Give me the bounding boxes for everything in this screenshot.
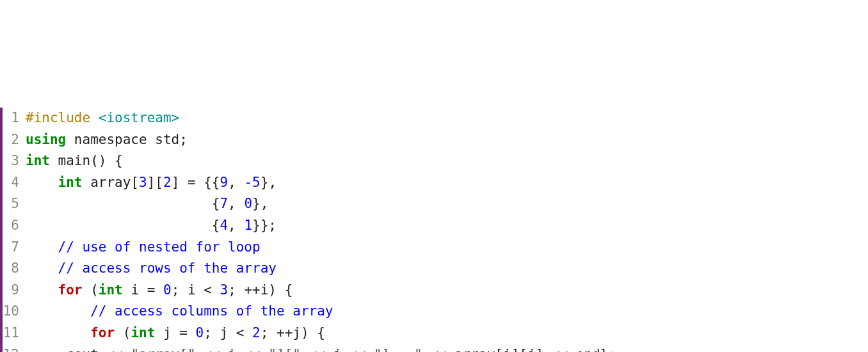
code-line: #include <iostream> xyxy=(26,110,179,125)
preprocessor-token: #include xyxy=(26,110,99,125)
line-number: 9 xyxy=(11,282,19,298)
number-token: 0 xyxy=(244,196,252,211)
line-number: 8 xyxy=(11,260,19,276)
indent: { xyxy=(26,196,220,211)
keyword-token: int xyxy=(131,325,155,340)
number-token: 0 xyxy=(196,325,204,340)
code-line: // use of nested for loop xyxy=(26,239,261,255)
include-header: <iostream> xyxy=(99,110,179,125)
code-editor: 1 2 3 4 5 6 7 8 9 10 11 12 13 14 15 16 #… xyxy=(0,108,868,352)
code-line: int main() { xyxy=(26,153,123,168)
code-text: ( xyxy=(83,282,99,298)
number-token: 0 xyxy=(163,282,172,298)
code-text: << array[i][j] << endl; xyxy=(422,347,616,353)
line-number: 12 xyxy=(3,347,19,353)
keyword-token: int xyxy=(58,175,83,190)
string-token: "] = " xyxy=(374,347,422,353)
number-token: 3 xyxy=(139,175,147,190)
indent xyxy=(26,175,58,190)
code-text: << i << xyxy=(196,347,269,353)
code-line: cout << "array[" << i << "][" << j << "]… xyxy=(26,347,616,353)
line-number: 3 xyxy=(11,153,19,168)
keyword-token: int xyxy=(99,282,123,298)
code-line: for (int i = 0; i < 3; ++i) { xyxy=(26,282,293,298)
indent xyxy=(26,325,90,340)
code-text: main() { xyxy=(50,153,123,168)
line-number: 5 xyxy=(11,196,19,211)
keyword-token: for xyxy=(58,282,83,298)
string-token: "array[" xyxy=(131,347,195,353)
code-text: << j << xyxy=(301,347,374,353)
indent xyxy=(26,260,58,276)
number-token: 4 xyxy=(220,218,228,233)
code-text: ; i < xyxy=(172,282,220,298)
code-line: // access rows of the array xyxy=(26,260,277,276)
line-number: 7 xyxy=(11,239,19,255)
number-token: 3 xyxy=(220,282,228,298)
code-line: for (int j = 0; j < 2; ++j) { xyxy=(26,325,325,340)
line-number: 1 xyxy=(11,110,19,125)
code-text: i = xyxy=(123,282,163,298)
code-text: ; j < xyxy=(204,325,252,340)
code-line: {7, 0}, xyxy=(26,196,268,211)
code-line: using namespace std; xyxy=(26,132,188,147)
code-line: {4, 1}}; xyxy=(26,218,277,233)
code-text: }, xyxy=(252,196,268,211)
indent: cout << xyxy=(26,347,131,353)
comment-token: // access columns of the array xyxy=(90,303,333,319)
code-line: int array[3][2] = {{9, -5}, xyxy=(26,175,277,190)
line-number: 2 xyxy=(11,132,19,147)
code-text: , xyxy=(228,218,244,233)
code-text: ( xyxy=(115,325,131,340)
number-token: -5 xyxy=(244,175,260,190)
indent: { xyxy=(26,218,220,233)
comment-token: // use of nested for loop xyxy=(58,239,261,255)
line-number: 4 xyxy=(11,175,19,190)
number-token: 9 xyxy=(220,175,229,190)
number-token: 7 xyxy=(220,196,228,211)
comment-token: // access rows of the array xyxy=(58,260,277,276)
indent xyxy=(26,303,90,319)
line-number-gutter: 1 2 3 4 5 6 7 8 9 10 11 12 13 14 15 16 xyxy=(3,108,26,352)
code-text: ] = {{ xyxy=(172,175,220,190)
indent xyxy=(26,239,58,255)
code-text: array[ xyxy=(83,175,140,190)
code-text: namespace std; xyxy=(66,132,188,147)
code-text: j = xyxy=(155,325,195,340)
code-text: ; ++j) { xyxy=(261,325,325,340)
string-token: "][" xyxy=(268,347,301,353)
number-token: 1 xyxy=(244,218,252,233)
code-area[interactable]: #include <iostream> using namespace std;… xyxy=(26,108,868,352)
code-text: , xyxy=(228,196,244,211)
code-text: }, xyxy=(261,175,277,190)
code-text: , xyxy=(228,175,244,190)
keyword-token: using xyxy=(26,132,66,147)
line-number: 10 xyxy=(3,303,19,319)
code-text: ; ++i) { xyxy=(228,282,293,298)
code-text: }}; xyxy=(252,218,277,233)
number-token: 2 xyxy=(252,325,261,340)
keyword-token: int xyxy=(26,153,50,168)
number-token: 2 xyxy=(163,175,172,190)
code-text: ][ xyxy=(147,175,163,190)
indent xyxy=(26,282,58,298)
line-number: 6 xyxy=(11,218,19,233)
keyword-token: for xyxy=(90,325,115,340)
line-number: 11 xyxy=(3,325,19,340)
code-line: // access columns of the array xyxy=(26,303,333,319)
